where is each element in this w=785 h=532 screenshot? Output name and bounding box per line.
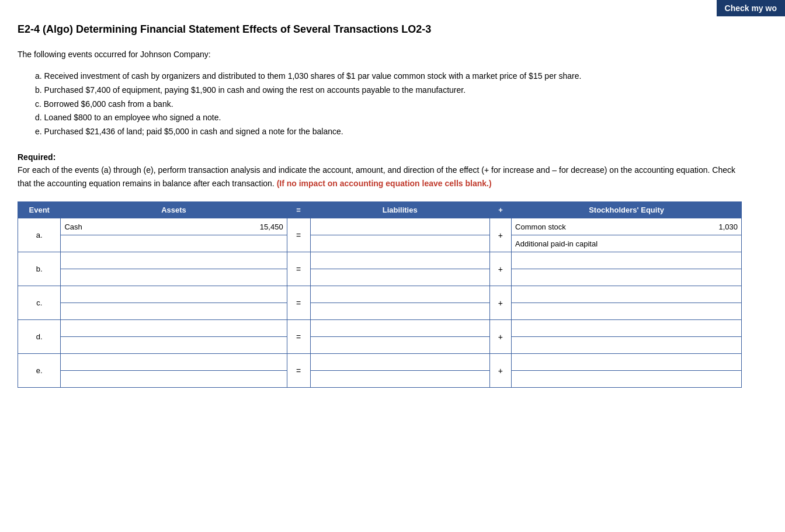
se-num-input[interactable]	[694, 322, 741, 335]
liabilities-cell[interactable]	[310, 252, 489, 269]
assets-cell[interactable]	[61, 371, 287, 388]
asset-num-input[interactable]	[240, 252, 287, 269]
liab-num-input[interactable]	[443, 254, 489, 267]
intro-text: The following events occurred for Johnso…	[18, 50, 742, 59]
se-num-input[interactable]	[694, 220, 741, 234]
liab-text-input[interactable]	[311, 254, 443, 267]
plus-sign: +	[489, 354, 511, 388]
assets-cell[interactable]	[61, 252, 287, 269]
check-my-work-button[interactable]: Check my wo	[717, 0, 785, 16]
asset-text-input[interactable]	[61, 218, 239, 235]
assets-cell[interactable]	[61, 218, 287, 235]
se-num-input[interactable]	[694, 237, 741, 251]
se-num-input[interactable]	[694, 271, 741, 284]
liabilities-cell[interactable]	[310, 337, 489, 354]
asset-num-input[interactable]	[240, 371, 287, 387]
se-text-input[interactable]	[512, 220, 694, 234]
liab-text-input[interactable]	[311, 220, 443, 234]
assets-cell[interactable]	[61, 269, 287, 286]
liabilities-cell[interactable]	[310, 269, 489, 286]
assets-cell[interactable]	[61, 320, 287, 337]
liab-num-input[interactable]	[443, 288, 489, 301]
liab-text-input[interactable]	[311, 271, 443, 284]
liab-text-input[interactable]	[311, 322, 443, 335]
assets-cell[interactable]	[61, 337, 287, 354]
se-text-input[interactable]	[512, 237, 694, 251]
asset-text-input[interactable]	[61, 354, 239, 370]
asset-text-input[interactable]	[61, 337, 239, 353]
se-text-input[interactable]	[512, 322, 694, 335]
se-cell[interactable]	[512, 371, 742, 388]
liabilities-cell[interactable]	[310, 218, 489, 235]
asset-text-input[interactable]	[61, 320, 239, 336]
se-text-input[interactable]	[512, 288, 694, 301]
liab-text-input[interactable]	[311, 356, 443, 369]
liab-num-input[interactable]	[443, 373, 489, 386]
se-cell[interactable]	[512, 286, 742, 303]
asset-text-input[interactable]	[61, 371, 239, 387]
se-num-input[interactable]	[694, 339, 741, 352]
liab-text-input[interactable]	[311, 339, 443, 352]
se-cell[interactable]	[512, 354, 742, 371]
assets-cell[interactable]	[61, 303, 287, 320]
se-cell[interactable]	[512, 320, 742, 337]
liabilities-cell[interactable]	[310, 235, 489, 252]
se-text-input[interactable]	[512, 339, 694, 352]
asset-text-input[interactable]	[61, 252, 239, 269]
equals-sign: =	[287, 286, 310, 320]
liabilities-cell[interactable]	[310, 286, 489, 303]
asset-text-input[interactable]	[61, 269, 239, 286]
liab-num-input[interactable]	[443, 322, 489, 335]
se-cell[interactable]	[512, 235, 742, 252]
se-cell[interactable]	[512, 303, 742, 320]
se-num-input[interactable]	[694, 288, 741, 301]
se-text-input[interactable]	[512, 356, 694, 369]
se-cell[interactable]	[512, 252, 742, 269]
liab-num-input[interactable]	[443, 271, 489, 284]
asset-text-input[interactable]	[61, 286, 239, 302]
asset-text-input[interactable]	[61, 235, 239, 252]
se-text-input[interactable]	[512, 271, 694, 284]
liabilities-cell[interactable]	[310, 303, 489, 320]
se-num-input[interactable]	[694, 373, 741, 386]
liab-num-input[interactable]	[443, 339, 489, 352]
se-cell[interactable]	[512, 337, 742, 354]
liabilities-cell[interactable]	[310, 354, 489, 371]
page-title: E2-4 (Algo) Determining Financial Statem…	[18, 23, 742, 36]
se-cell[interactable]	[512, 269, 742, 286]
se-text-input[interactable]	[512, 305, 694, 318]
liab-num-input[interactable]	[443, 237, 489, 251]
event-label-e: e.	[18, 354, 61, 388]
liab-text-input[interactable]	[311, 288, 443, 301]
assets-cell[interactable]	[61, 286, 287, 303]
asset-num-input[interactable]	[240, 337, 287, 353]
asset-num-input[interactable]	[240, 218, 287, 235]
asset-num-input[interactable]	[240, 354, 287, 370]
event-label-a: a.	[18, 218, 61, 252]
se-cell[interactable]	[512, 218, 742, 235]
se-text-input[interactable]	[512, 254, 694, 267]
liabilities-cell[interactable]	[310, 320, 489, 337]
asset-num-input[interactable]	[240, 320, 287, 336]
liab-num-input[interactable]	[443, 305, 489, 318]
asset-text-input[interactable]	[61, 303, 239, 319]
liab-text-input[interactable]	[311, 305, 443, 318]
liab-num-input[interactable]	[443, 220, 489, 234]
event-a: a. Received investment of cash by organi…	[35, 69, 742, 84]
table-row	[18, 303, 742, 320]
se-num-input[interactable]	[694, 305, 741, 318]
assets-cell[interactable]	[61, 235, 287, 252]
se-num-input[interactable]	[694, 356, 741, 369]
liab-text-input[interactable]	[311, 373, 443, 386]
assets-cell[interactable]	[61, 354, 287, 371]
se-num-input[interactable]	[694, 254, 741, 267]
asset-num-input[interactable]	[240, 269, 287, 286]
asset-num-input[interactable]	[240, 235, 287, 252]
asset-num-input[interactable]	[240, 286, 287, 302]
liabilities-cell[interactable]	[310, 371, 489, 388]
se-text-input[interactable]	[512, 373, 694, 386]
table-row	[18, 337, 742, 354]
asset-num-input[interactable]	[240, 303, 287, 319]
liab-text-input[interactable]	[311, 237, 443, 251]
liab-num-input[interactable]	[443, 356, 489, 369]
